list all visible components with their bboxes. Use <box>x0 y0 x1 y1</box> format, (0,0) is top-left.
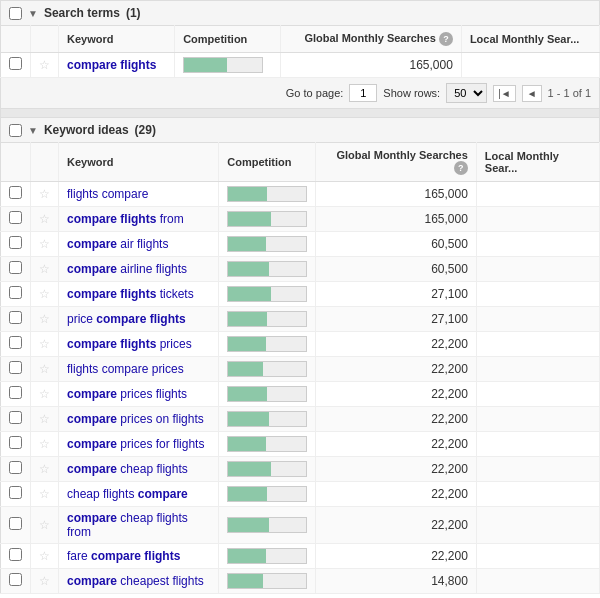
star-icon[interactable]: ☆ <box>39 412 50 426</box>
row-checkbox[interactable] <box>9 517 22 530</box>
col-keyword-header: Keyword <box>59 26 175 53</box>
row-star-cell: ☆ <box>31 332 59 357</box>
row-checkbox[interactable] <box>9 386 22 399</box>
row-checkbox[interactable] <box>9 57 22 70</box>
row-keyword-cell: compare cheap flights from <box>59 507 219 544</box>
row-checkbox[interactable] <box>9 236 22 249</box>
row-checkbox[interactable] <box>9 211 22 224</box>
search-terms-count: (1) <box>126 6 141 20</box>
search-terms-row: ☆ compare flights 165,000 <box>1 53 600 78</box>
keyword-ideas-select-all-checkbox[interactable] <box>9 124 22 137</box>
row-local-monthly-cell <box>476 207 599 232</box>
star-icon[interactable]: ☆ <box>39 437 50 451</box>
keyword-ideas-collapse-icon[interactable]: ▼ <box>28 125 38 136</box>
keyword-ideas-header: ▼ Keyword ideas (29) <box>0 117 600 142</box>
row-global-monthly-cell: 27,100 <box>316 282 477 307</box>
search-terms-collapse-icon[interactable]: ▼ <box>28 8 38 19</box>
star-icon[interactable]: ☆ <box>39 487 50 501</box>
first-page-button[interactable]: |◄ <box>493 85 516 102</box>
competition-bar-container <box>227 336 307 352</box>
star-icon[interactable]: ☆ <box>39 462 50 476</box>
competition-bar-container <box>227 211 307 227</box>
row-checkbox-cell <box>1 457 31 482</box>
keyword-ideas-count: (29) <box>135 123 156 137</box>
page-range-text: 1 - 1 of 1 <box>548 87 591 99</box>
star-icon[interactable]: ☆ <box>39 312 50 326</box>
star-icon[interactable]: ☆ <box>39 574 50 588</box>
row-checkbox[interactable] <box>9 573 22 586</box>
row-star-cell: ☆ <box>31 432 59 457</box>
competition-bar-container <box>227 486 307 502</box>
row-star-cell: ☆ <box>31 53 59 78</box>
row-local-monthly-cell <box>476 182 599 207</box>
prev-page-button[interactable]: ◄ <box>522 85 542 102</box>
row-checkbox[interactable] <box>9 411 22 424</box>
keyword-idea-row: ☆ compare prices on flights 22,200 <box>1 407 600 432</box>
competition-bar-container <box>227 236 307 252</box>
row-checkbox[interactable] <box>9 311 22 324</box>
row-star-cell: ☆ <box>31 382 59 407</box>
row-checkbox[interactable] <box>9 286 22 299</box>
star-icon[interactable]: ☆ <box>39 549 50 563</box>
row-star-cell: ☆ <box>31 232 59 257</box>
row-competition-cell <box>219 207 316 232</box>
show-rows-label: Show rows: <box>383 87 440 99</box>
row-checkbox[interactable] <box>9 186 22 199</box>
competition-bar <box>228 487 267 501</box>
global-monthly-help-icon[interactable]: ? <box>439 32 453 46</box>
keyword-idea-row: ☆ compare airline flights 60,500 <box>1 257 600 282</box>
star-icon[interactable]: ☆ <box>39 362 50 376</box>
row-competition-cell <box>219 282 316 307</box>
keyword-idea-row: ☆ flights compare 165,000 <box>1 182 600 207</box>
star-icon[interactable]: ☆ <box>39 287 50 301</box>
row-local-monthly-cell <box>476 357 599 382</box>
star-icon[interactable]: ☆ <box>39 187 50 201</box>
star-icon[interactable]: ☆ <box>39 262 50 276</box>
competition-bar <box>228 549 265 563</box>
star-icon[interactable]: ☆ <box>39 337 50 351</box>
row-checkbox[interactable] <box>9 261 22 274</box>
row-star-cell: ☆ <box>31 544 59 569</box>
star-icon[interactable]: ☆ <box>39 518 50 532</box>
competition-bar <box>184 58 227 72</box>
search-terms-select-all-checkbox[interactable] <box>9 7 22 20</box>
row-competition-cell <box>219 332 316 357</box>
row-keyword-cell: compare cheap flights <box>59 457 219 482</box>
star-icon[interactable]: ☆ <box>39 237 50 251</box>
star-icon[interactable]: ☆ <box>39 387 50 401</box>
keyword-idea-row: ☆ compare air flights 60,500 <box>1 232 600 257</box>
row-checkbox-cell <box>1 507 31 544</box>
ki-col-competition-header: Competition <box>219 143 316 182</box>
search-terms-header: ▼ Search terms (1) <box>0 0 600 25</box>
search-terms-header-row: Keyword Competition Global Monthly Searc… <box>1 26 600 53</box>
row-local-monthly-cell <box>476 569 599 594</box>
page-input[interactable] <box>349 84 377 102</box>
row-competition-cell <box>219 357 316 382</box>
section-divider <box>0 109 600 117</box>
ki-col-global-monthly-header: Global Monthly Searches ? <box>316 143 477 182</box>
rows-select[interactable]: 50 <box>446 83 487 103</box>
keyword-ideas-section: ▼ Keyword ideas (29) Keyword Competition… <box>0 117 600 594</box>
competition-bar-container <box>227 361 307 377</box>
row-keyword-cell: compare flights <box>59 53 175 78</box>
keyword-idea-row: ☆ price compare flights 27,100 <box>1 307 600 332</box>
competition-bar <box>228 387 267 401</box>
row-checkbox[interactable] <box>9 361 22 374</box>
star-icon[interactable]: ☆ <box>39 58 50 72</box>
competition-bar <box>228 462 271 476</box>
competition-bar <box>228 362 263 376</box>
col-competition-header: Competition <box>175 26 281 53</box>
search-terms-pagination: Go to page: Show rows: 50 |◄ ◄ 1 - 1 of … <box>0 78 600 109</box>
star-icon[interactable]: ☆ <box>39 212 50 226</box>
row-checkbox[interactable] <box>9 336 22 349</box>
row-checkbox-cell <box>1 282 31 307</box>
keyword-idea-row: ☆ cheap flights compare 22,200 <box>1 482 600 507</box>
row-checkbox[interactable] <box>9 461 22 474</box>
ki-col-checkbox <box>1 143 31 182</box>
row-checkbox[interactable] <box>9 548 22 561</box>
col-global-monthly-header: Global Monthly Searches ? <box>281 26 462 53</box>
row-checkbox[interactable] <box>9 486 22 499</box>
ki-global-monthly-help-icon[interactable]: ? <box>454 161 468 175</box>
keyword-idea-row: ☆ compare cheap flights 22,200 <box>1 457 600 482</box>
row-checkbox[interactable] <box>9 436 22 449</box>
